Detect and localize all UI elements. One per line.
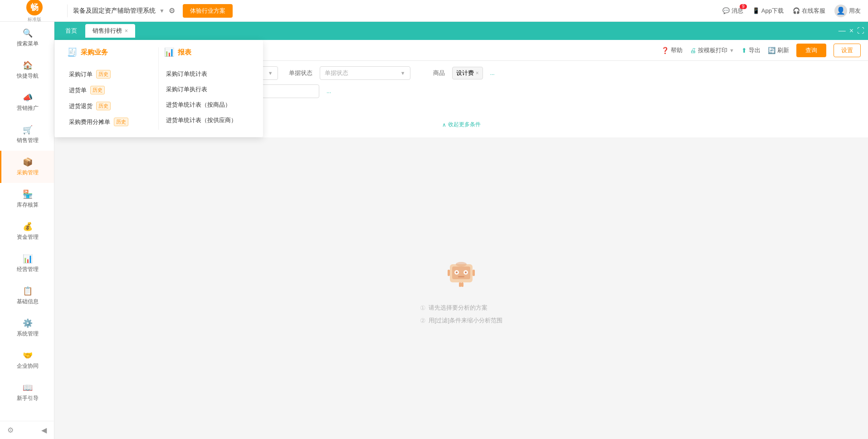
finance-icon: 💰 xyxy=(23,222,33,232)
sidebar-bottom: ⚙ ◀ xyxy=(0,421,54,439)
document-status-label: 单据状态 xyxy=(285,69,312,77)
topbar: 畅 标准版 装备及固定资产辅助管理系统 ▼ ⚙ 体验行业方案 💬 消息 9 📱 … xyxy=(0,0,868,22)
tab-close-all-btn[interactable]: × xyxy=(849,27,853,35)
marketing-icon: 📣 xyxy=(23,93,33,103)
tab-ranking[interactable]: 销售排行榜 × xyxy=(85,24,135,38)
settings-btn[interactable]: 设置 xyxy=(834,44,861,57)
goods-tag-close[interactable]: × xyxy=(476,70,479,76)
sidebar-item-quick-nav[interactable]: 🏠 快捷导航 xyxy=(0,54,54,86)
notifications-btn[interactable]: 💬 消息 9 xyxy=(722,7,743,15)
sidebar-item-basic-info[interactable]: 📋 基础信息 xyxy=(0,280,54,312)
topbar-right: 💬 消息 9 📱 App下载 🎧 在线客服 👤 用友 xyxy=(722,5,861,17)
purchase-section-title: 🧾 采购业务 xyxy=(67,47,153,61)
purchase-dropdown-menu: 🧾 采购业务 采购订单 历史 进货单 历史 进货退货 历史 采购费用分摊单 历史… xyxy=(54,40,263,137)
logo: 畅 标准版 xyxy=(7,0,62,23)
salesperson-more-btn[interactable]: ... xyxy=(327,88,331,94)
purchase-section-icon: 🧾 xyxy=(67,47,77,57)
print-btn[interactable]: 🖨 按模板打印 ▼ xyxy=(690,46,734,54)
sidebar-item-cooperation[interactable]: 🤝 企业协同 xyxy=(0,344,54,376)
user-btn[interactable]: 👤 用友 xyxy=(834,5,861,17)
sidebar-label-sales: 销售管理 xyxy=(17,137,39,144)
guide-icon: 📖 xyxy=(23,383,33,393)
svg-rect-8 xyxy=(458,276,464,277)
sidebar-label-search: 搜索菜单 xyxy=(17,40,39,48)
svg-point-13 xyxy=(456,262,467,266)
tab-bar-right: — × ⛶ xyxy=(839,27,864,35)
sidebar-item-search[interactable]: 🔍 搜索菜单 xyxy=(0,22,54,54)
system-dropdown-arrow: ▼ xyxy=(159,8,165,14)
operations-icon: 📊 xyxy=(23,254,33,264)
tab-home[interactable]: 首页 xyxy=(58,24,84,38)
menu-item-stock-in[interactable]: 进货单 历史 xyxy=(67,82,153,98)
sidebar-item-purchase[interactable]: 📦 采购管理 xyxy=(0,151,54,183)
tab-fullscreen-btn[interactable]: ⛶ xyxy=(857,27,864,35)
app-download-btn[interactable]: 📱 App下载 xyxy=(752,7,784,15)
history-badge-purchase-order: 历史 xyxy=(96,70,111,79)
goods-more-btn[interactable]: ... xyxy=(490,70,495,76)
menu-item-stock-stats-supplier[interactable]: 进货单统计表（按供应商） xyxy=(164,113,250,128)
sidebar-item-inventory[interactable]: 🏪 库存核算 xyxy=(0,183,54,215)
sidebar-label-finance: 资金管理 xyxy=(17,233,39,241)
refresh-icon: 🔄 xyxy=(768,47,775,54)
tab-close-icon[interactable]: × xyxy=(125,28,128,34)
cooperation-icon: 🤝 xyxy=(23,350,33,360)
logo-subtext: 标准版 xyxy=(28,16,41,23)
purchase-icon: 📦 xyxy=(23,157,33,167)
query-btn[interactable]: 查询 xyxy=(796,44,826,57)
menu-item-stock-return[interactable]: 进货退货 历史 xyxy=(67,98,153,114)
sidebar-label-operations: 经营管理 xyxy=(17,266,39,273)
sidebar-item-system[interactable]: ⚙️ 系统管理 xyxy=(0,312,54,344)
logo-icon: 畅 xyxy=(26,0,43,15)
refresh-btn[interactable]: 🔄 刷新 xyxy=(768,46,789,54)
industry-solution-btn[interactable]: 体验行业方案 xyxy=(183,4,233,18)
document-status-select[interactable]: 单据状态 ▼ xyxy=(320,66,410,80)
sidebar-label-quick-nav: 快捷导航 xyxy=(17,72,39,80)
tab-minimize-btn[interactable]: — xyxy=(839,27,846,35)
sidebar-label-guide: 新手引导 xyxy=(17,395,39,402)
search-icon: 🔍 xyxy=(23,28,33,38)
menu-item-purchase-order[interactable]: 采购订单 历史 xyxy=(67,66,153,82)
inventory-icon: 🏪 xyxy=(23,189,33,199)
sidebar-collapse-btn[interactable]: ◀ xyxy=(41,426,47,434)
svg-text:畅: 畅 xyxy=(30,3,39,12)
sidebar-item-sales[interactable]: 🛒 销售管理 xyxy=(0,118,54,151)
menu-item-purchase-expense[interactable]: 采购费用分摊单 历史 xyxy=(67,114,153,130)
sidebar-item-finance[interactable]: 💰 资金管理 xyxy=(0,215,54,247)
svg-rect-12 xyxy=(473,270,475,276)
topbar-settings-btn[interactable]: ⚙ xyxy=(165,4,179,18)
date-input-arrow: ▼ xyxy=(268,70,273,76)
message-icon: 💬 xyxy=(722,7,730,14)
svg-rect-9 xyxy=(459,282,461,287)
svg-rect-11 xyxy=(448,270,450,276)
sidebar-label-marketing: 营销推广 xyxy=(17,104,39,112)
empty-tip-1: ① 请先选择要分析的方案 xyxy=(420,301,502,314)
svg-point-7 xyxy=(465,271,467,273)
purchase-business-col: 🧾 采购业务 采购订单 历史 进货单 历史 进货退货 历史 采购费用分摊单 历史 xyxy=(62,47,159,130)
system-name[interactable]: 装备及固定资产辅助管理系统 ▼ xyxy=(73,7,165,15)
sidebar-label-system: 系统管理 xyxy=(17,330,39,338)
help-icon: ❓ xyxy=(661,47,669,54)
sidebar-item-marketing[interactable]: 📣 营销推广 xyxy=(0,86,54,118)
goods-tag[interactable]: 设计费 × xyxy=(452,67,483,79)
phone-icon: 📱 xyxy=(752,7,760,14)
sales-icon: 🛒 xyxy=(23,125,33,135)
online-service-btn[interactable]: 🎧 在线客服 xyxy=(793,7,825,15)
export-icon: ⬆ xyxy=(741,47,747,54)
goods-label: 商品 xyxy=(418,69,445,77)
export-btn[interactable]: ⬆ 导出 xyxy=(741,46,761,54)
sidebar-item-guide[interactable]: 📖 新手引导 xyxy=(0,376,54,409)
collapse-filters-btn[interactable]: ∧ 收起更多条件 xyxy=(442,121,481,128)
history-badge-stock-return: 历史 xyxy=(96,102,111,110)
menu-item-stock-stats-goods[interactable]: 进货单统计表（按商品） xyxy=(164,97,250,113)
sidebar-label-purchase: 采购管理 xyxy=(17,169,39,177)
tab-bar: 首页 销售排行榜 × — × ⛶ xyxy=(54,22,868,40)
menu-item-order-stats[interactable]: 采购订单统计表 xyxy=(164,66,250,82)
help-btn[interactable]: ❓ 帮助 xyxy=(661,46,683,54)
empty-illustration xyxy=(439,251,484,296)
empty-state: ① 请先选择要分析的方案 ② 用[过滤]条件来缩小分析范围 xyxy=(54,138,868,439)
menu-item-order-exec[interactable]: 采购订单执行表 xyxy=(164,82,250,97)
report-col: 📊 报表 采购订单统计表 采购订单执行表 进货单统计表（按商品） 进货单统计表（… xyxy=(159,47,256,130)
print-icon: 🖨 xyxy=(690,47,696,54)
sidebar-settings-btn[interactable]: ⚙ xyxy=(7,426,14,434)
sidebar-item-operations[interactable]: 📊 经营管理 xyxy=(0,247,54,280)
